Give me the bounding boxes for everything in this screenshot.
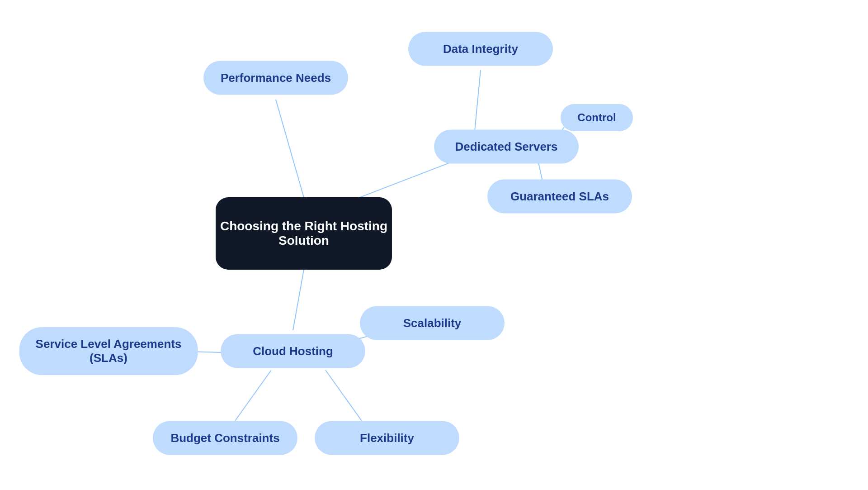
svg-line-0 [276,100,304,197]
performance-needs-node[interactable]: Performance Needs [203,61,348,95]
svg-line-9 [235,370,271,421]
data-integrity-node[interactable]: Data Integrity [408,32,553,66]
svg-line-8 [326,370,362,421]
scalability-node[interactable]: Scalability [360,306,505,340]
svg-line-2 [475,70,481,131]
svg-line-5 [293,270,304,330]
mind-map-container: Choosing the Right HostingSolution Perfo… [0,0,868,490]
svg-line-4 [538,161,542,181]
flexibility-node[interactable]: Flexibility [315,421,459,455]
central-node[interactable]: Choosing the Right HostingSolution [216,197,392,270]
control-node[interactable]: Control [561,104,633,131]
service-level-agreements-node[interactable]: Service Level Agreements(SLAs) [19,327,198,375]
guaranteed-slas-node[interactable]: Guaranteed SLAs [487,180,632,214]
connections-svg [0,0,868,490]
dedicated-servers-node[interactable]: Dedicated Servers [434,130,579,164]
budget-constraints-node[interactable]: Budget Constraints [153,421,297,455]
cloud-hosting-node[interactable]: Cloud Hosting [221,334,365,368]
svg-line-1 [344,158,461,204]
